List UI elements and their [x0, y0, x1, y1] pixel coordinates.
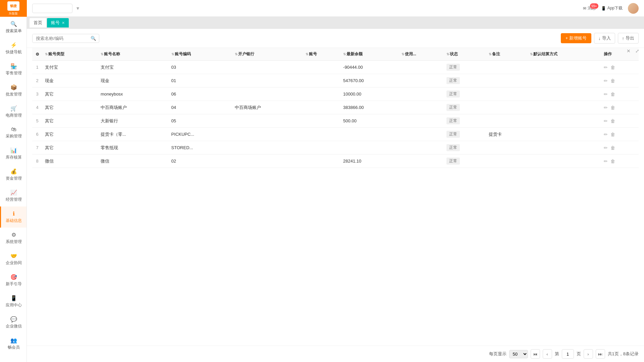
edit-icon[interactable]: ✏ [604, 78, 608, 83]
topbar-dropdown-icon[interactable]: ▾ [76, 5, 79, 11]
delete-icon[interactable]: 🗑 [610, 118, 615, 124]
panel-close-button[interactable]: ✕ [625, 47, 633, 55]
search-button[interactable]: 🔍 [88, 34, 99, 43]
row-num: 8 [32, 155, 42, 168]
sidebar-item-wholesale[interactable]: 📦批发管理 [0, 80, 26, 101]
apps-icon: 📱 [10, 295, 17, 301]
sidebar-item-member[interactable]: 👥畅会员 [0, 333, 26, 354]
col-status[interactable]: ⇅状态 [444, 48, 486, 61]
import-button[interactable]: ↓ 导入 [594, 33, 615, 44]
col-name[interactable]: ⇅账号名称 [98, 48, 169, 61]
sidebar-item-agreement[interactable]: 🤝企业协同 [0, 249, 26, 270]
app-download-button[interactable]: 📱 App下载 [601, 5, 623, 11]
col-code[interactable]: ⇅账号编码 [169, 48, 232, 61]
finance-icon: 💰 [10, 168, 17, 175]
sidebar-item-basic[interactable]: ℹ基础信息 [0, 206, 26, 228]
delete-icon[interactable]: 🗑 [610, 145, 615, 150]
toolbar-right: + 新增账号 ↓ 导入 ↑ 导出 [561, 33, 639, 44]
sidebar-item-label: 库存核算 [6, 155, 22, 160]
row-account [303, 128, 340, 141]
row-name: 支付宝 [98, 61, 169, 74]
last-page-button[interactable]: ⏭ [596, 349, 605, 359]
col-settlement[interactable]: ⇅默认结算方式 [527, 48, 601, 61]
table-row: 8 微信 微信 02 28241.10 正常 ✏ 🗑 [32, 155, 639, 168]
sidebar-item-finance[interactable]: 💰资金管理 [0, 164, 26, 185]
row-remark [486, 155, 527, 168]
table-row: 6 其它 提货卡（零... PICKUPC... 正常 提货卡 ✏ 🗑 [32, 128, 639, 141]
edit-icon[interactable]: ✏ [604, 132, 608, 137]
panel-expand-button[interactable]: ⤢ [633, 47, 641, 55]
sidebar-item-system[interactable]: ⚙系统管理 [0, 228, 26, 249]
message-icon: ✉ [583, 6, 586, 11]
row-actions: ✏ 🗑 [601, 61, 639, 74]
row-status: 正常 [444, 74, 486, 87]
row-actions: ✏ 🗑 [601, 101, 639, 114]
row-usage [399, 74, 444, 87]
first-page-button[interactable]: ⏮ [531, 349, 540, 359]
row-status: 正常 [444, 114, 486, 128]
user-avatar[interactable] [628, 3, 639, 14]
export-button[interactable]: ↑ 导出 [618, 33, 639, 44]
sidebar-item-label: 畅会员 [8, 345, 20, 350]
sidebar-item-ecommerce[interactable]: 🛒电商管理 [0, 101, 26, 122]
edit-icon[interactable]: ✏ [604, 92, 608, 97]
row-status: 正常 [444, 61, 486, 74]
topbar: ▾ ✉ 消息 99+ 📱 App下载 [27, 0, 644, 17]
col-usage[interactable]: ⇅使用... [399, 48, 444, 61]
edit-icon[interactable]: ✏ [604, 159, 608, 164]
delete-icon[interactable]: 🗑 [610, 159, 615, 164]
edit-icon[interactable]: ✏ [604, 145, 608, 150]
row-status: 正常 [444, 155, 486, 168]
delete-icon[interactable]: 🗑 [610, 78, 615, 83]
row-actions: ✏ 🗑 [601, 141, 639, 155]
row-status: 正常 [444, 101, 486, 114]
col-balance[interactable]: ⇅最新余额 [340, 48, 399, 61]
edit-icon[interactable]: ✏ [604, 105, 608, 110]
sidebar-item-inventory[interactable]: 📊库存核算 [0, 143, 26, 164]
prev-page-button[interactable]: ‹ [543, 349, 552, 359]
tab-close-icon[interactable]: ✕ [62, 21, 65, 25]
sidebar-item-label: 企业微信 [6, 323, 22, 329]
col-bank[interactable]: ⇅开户银行 [232, 48, 303, 61]
sidebar-item-operation[interactable]: 📈经营管理 [0, 185, 26, 206]
row-code: 01 [169, 74, 232, 87]
row-bank [232, 61, 303, 74]
delete-icon[interactable]: 🗑 [610, 132, 615, 137]
row-remark [486, 61, 527, 74]
edit-icon[interactable]: ✏ [604, 65, 608, 70]
purchase-icon: 🛍 [11, 126, 16, 132]
delete-icon[interactable]: 🗑 [610, 92, 615, 97]
edit-icon[interactable]: ✏ [604, 118, 608, 124]
sidebar-item-purchase[interactable]: 🛍采购管理 [0, 122, 26, 143]
sidebar-item-quick[interactable]: ⚡快捷导航 [0, 38, 26, 59]
row-bank [232, 155, 303, 168]
page-input[interactable] [562, 349, 574, 359]
row-type: 现金 [42, 74, 98, 87]
sidebar-item-search[interactable]: 🔍搜索菜单 [0, 17, 26, 38]
page-size-select[interactable]: 50 100 200 [509, 350, 528, 358]
sidebar-item-label: 系统管理 [6, 239, 22, 245]
sidebar-item-apps[interactable]: 📱应用中心 [0, 291, 26, 312]
sidebar-item-retail[interactable]: 🏪零售管理 [0, 59, 26, 80]
next-page-button[interactable]: › [584, 349, 593, 359]
tab-home[interactable]: 首页 [30, 18, 46, 27]
delete-icon[interactable]: 🗑 [610, 65, 615, 70]
delete-icon[interactable]: 🗑 [610, 105, 615, 110]
col-type[interactable]: ⇅账号类型 [42, 48, 98, 61]
ecommerce-icon: 🛒 [10, 105, 17, 112]
sidebar-item-label: 应用中心 [6, 302, 22, 308]
tab-account[interactable]: 账号✕ [47, 18, 69, 27]
add-account-button[interactable]: + 新增账号 [561, 33, 591, 43]
sidebar-item-label: 基础信息 [6, 218, 22, 224]
row-settlement [527, 87, 601, 101]
topbar-search-input[interactable] [32, 4, 72, 13]
message-button[interactable]: ✉ 消息 99+ [583, 5, 596, 11]
row-num: 3 [32, 87, 42, 101]
search-input[interactable] [33, 34, 88, 43]
col-remark[interactable]: ⇅备注 [486, 48, 527, 61]
settings-col-header[interactable]: ⚙ [32, 48, 42, 61]
tab-label: 账号 [51, 20, 60, 26]
sidebar-item-wechat[interactable]: 💬企业微信 [0, 312, 26, 333]
sidebar-item-guide[interactable]: 🎯新手引导 [0, 270, 26, 291]
col-account[interactable]: ⇅账号 [303, 48, 340, 61]
